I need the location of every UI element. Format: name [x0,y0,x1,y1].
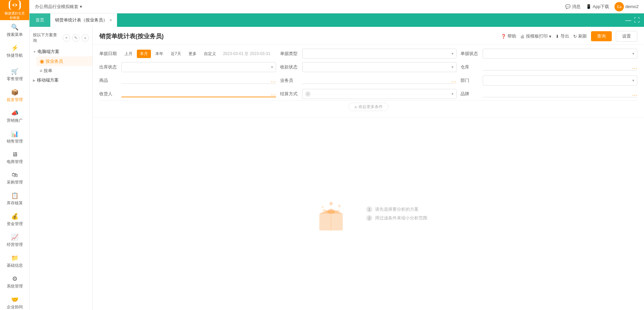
date-btn-last-month[interactable]: 上月 [121,50,136,58]
settlement-select[interactable]: × ▾ [302,89,457,99]
refresh-btn[interactable]: ↻ 刷新 [573,33,587,39]
panel-title: 按以下方案查询 [33,32,61,44]
tree-mobile[interactable]: ▶ 移动端方案 [30,75,92,85]
sidebar-item-purchase[interactable]: 🛍 采购管理 [0,168,30,189]
tree-label-desktop: 电脑端方案 [38,49,59,55]
brand-input[interactable] [483,91,631,96]
product-dots-icon[interactable]: … [271,78,276,84]
collapse-btn[interactable]: ∧ 收起更多条件 [348,103,388,111]
date-btn-more[interactable]: 更多 [185,50,200,58]
warehouse-label: 仓库 [461,64,481,70]
sidebar-label-shortcuts: 快捷导航 [7,53,23,58]
brand-dots-icon[interactable]: … [632,91,637,97]
tabbar-actions: — ⛶ [625,17,644,24]
sidebar-item-sales[interactable]: 📊 销售管理 [0,127,30,148]
panel-edit-btn[interactable]: ✎ [72,34,79,42]
collapse-icon: « [84,36,87,40]
sidebar-item-shortcuts[interactable]: ⚡ 快捷导航 [0,41,30,62]
industry-selector[interactable]: 办公用品行业模拟账套 ▾ [35,4,82,10]
template-print-btn[interactable]: 🖨 按模板打印 ▾ [520,33,551,39]
app-download-btn[interactable]: 📱 App下载 [586,4,609,10]
tree-label-mobile: 移动端方案 [37,77,59,83]
tree-desktop[interactable]: ▼ 电脑端方案 [30,47,92,56]
refresh-label: 刷新 [578,33,587,39]
brand-filter-item: 品牌 … [461,89,637,99]
export-label: 导出 [560,33,569,39]
sidebar-item-operations[interactable]: 📈 经营管理 [0,230,30,251]
sidebar-label-purchase: 采购管理 [7,179,23,185]
ecommerce-nav-icon: 🖥 [12,151,18,158]
print-icon: 🖨 [520,34,525,39]
consignee-input[interactable] [121,91,269,96]
tab-active[interactable]: 销货单统计表（按业务员） × [50,13,117,27]
salesperson-dots-icon[interactable]: … [451,78,457,84]
active-dot-icon: ◉ [40,58,44,64]
inventory-nav-icon: 📋 [11,192,18,199]
tree-item-by-order[interactable]: ≡ 按单 [36,66,92,75]
out-status-select[interactable]: ▾ [121,62,276,72]
sidebar-item-finance[interactable]: 💰 资金管理 [0,209,30,230]
settlement-label: 结算方式 [280,91,300,97]
topbar: 办公用品行业模拟账套 ▾ 💬 消息 📱 App下载 Ea demo2 [30,0,644,13]
help-btn[interactable]: ❓ 帮助 [501,33,516,39]
window-maximize-btn[interactable]: ⛶ [634,17,640,24]
export-btn[interactable]: ⬇ 导出 [555,33,569,39]
tab-home[interactable]: 首页 [30,13,50,27]
page-header-actions: ❓ 帮助 🖨 按模板打印 ▾ ⬇ 导出 ↻ 刷新 [501,31,637,42]
warehouse-input[interactable] [483,64,631,69]
message-btn[interactable]: 💬 消息 [565,4,581,10]
sidebar-label-finance: 资金管理 [7,221,23,227]
svg-point-7 [322,206,324,208]
tree-desktop-children: ◉ 按业务员 ≡ 按单 [30,56,92,75]
sidebar-item-wholesale[interactable]: 📦 批发管理 [0,85,30,106]
avatar: Ea [614,2,624,11]
doc-status-select[interactable]: ▾ [483,49,637,59]
sidebar-item-cooperation[interactable]: 🤝 企业协同 [0,293,30,310]
panel-add-btn[interactable]: + [63,34,70,42]
date-btn-last7[interactable]: 近7天 [168,50,184,58]
doc-status-filter-item: 单据状态 ▾ [461,49,637,59]
sidebar-label-retail: 零售管理 [7,76,23,82]
sidebar-item-search[interactable]: 🔍 搜索菜单 [0,20,30,41]
collapse-up-icon: ∧ [354,105,357,109]
warehouse-dots-icon[interactable]: … [632,64,637,70]
doc-type-select[interactable]: ▾ [302,49,457,59]
sidebar-item-inventory[interactable]: 📋 库存核算 [0,189,30,209]
date-btn-custom[interactable]: 自定义 [201,50,219,58]
finance-nav-icon: 💰 [11,213,18,220]
department-select[interactable]: ▾ [483,75,637,86]
tab-close-icon[interactable]: × [109,17,112,23]
basic-nav-icon: 📁 [11,254,18,262]
query-button[interactable]: 查询 [591,31,612,41]
settlement-clear-icon[interactable]: × [305,91,311,97]
page-header: 销货单统计表(按业务员) ❓ 帮助 🖨 按模板打印 ▾ ⬇ 导出 [93,27,644,45]
tree-item-by-salesperson[interactable]: ◉ 按业务员 [36,56,92,66]
collapse-label: 收起更多条件 [359,104,383,110]
sidebar: 畅捷通好生意 标账版 🔍 搜索菜单 ⚡ 快捷导航 🛒 零售管理 📦 批发管理 📣… [0,0,30,310]
svg-point-6 [335,210,340,212]
date-btn-this-year[interactable]: 本年 [152,50,166,58]
operations-nav-icon: 📈 [11,234,18,241]
sidebar-item-marketing[interactable]: 📣 营销推广 [0,106,30,127]
collapse-row: ∧ 收起更多条件 [99,100,637,113]
settlement-filter-item: 结算方式 × ▾ [280,89,457,99]
date-btn-this-month[interactable]: 本月 [137,50,151,58]
window-minimize-btn[interactable]: — [625,17,631,24]
panel-collapse-btn[interactable]: « [82,34,89,42]
settings-button[interactable]: 设置 [616,31,637,42]
user-name: demo2 [625,4,639,9]
tree-section: ▼ 电脑端方案 ◉ 按业务员 ≡ 按单 ▶ 移动端方案 [30,46,92,86]
tree-label-by-salesperson: 按业务员 [46,58,63,64]
page-content: 按以下方案查询 + ✎ « ▼ 电脑端方案 [30,27,644,310]
sales-nav-icon: 📊 [11,130,18,138]
user-menu[interactable]: Ea demo2 [614,2,639,11]
salesperson-input[interactable] [302,78,450,83]
sidebar-item-retail[interactable]: 🛒 零售管理 [0,64,30,85]
sidebar-item-system[interactable]: ⚙ 系统管理 [0,272,30,293]
product-input[interactable] [121,78,269,83]
sidebar-item-ecommerce[interactable]: 🖥 电商管理 [0,148,30,168]
sidebar-item-basic[interactable]: 📁 基础信息 [0,251,30,272]
consignee-dots-icon[interactable]: … [271,91,276,97]
svg-point-5 [322,209,326,211]
receipt-status-select[interactable]: ▾ [302,62,457,72]
